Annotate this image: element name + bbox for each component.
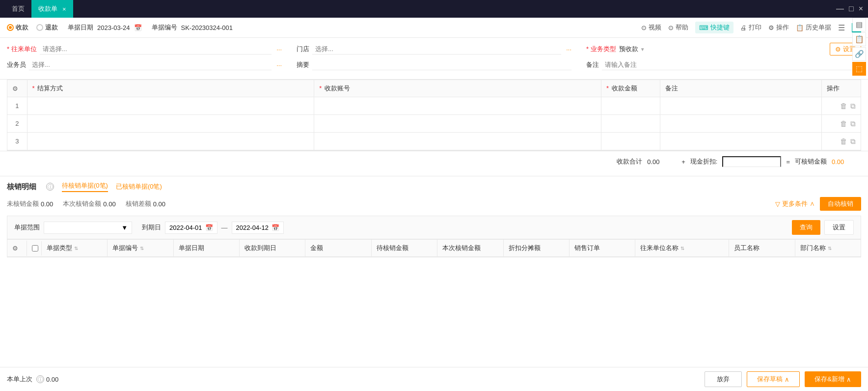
date-to-picker[interactable]: 2022-04-12 📅 <box>232 222 284 234</box>
sidebar-icon-attach[interactable]: 🔗 <box>852 47 866 61</box>
shortcut-action[interactable]: ⌨ 快捷键 <box>695 22 733 33</box>
cell-remark-3[interactable] <box>660 133 821 150</box>
calendar-to-icon: 📅 <box>271 224 279 231</box>
sort-counterpart[interactable]: ⇅ <box>680 246 684 251</box>
salesman-input[interactable] <box>29 59 271 70</box>
maximize-icon[interactable]: □ <box>849 4 854 13</box>
main-content: 收款 退款 单据日期 2023-03-24 📅 单据编号 SK-20230324… <box>0 18 868 391</box>
cell-amount-2[interactable] <box>601 115 660 133</box>
cell-settlement-1[interactable] <box>27 97 314 115</box>
cell-remark-1[interactable] <box>660 97 821 115</box>
tab-pending-verify[interactable]: 待核销单据(0笔) <box>62 181 108 192</box>
store-input[interactable] <box>312 44 561 55</box>
number-label: 单据编号 <box>152 23 177 32</box>
date-field: 单据日期 2023-03-24 📅 <box>68 23 142 32</box>
help-action[interactable]: ⊙ 帮助 <box>668 23 688 32</box>
cell-account-1[interactable] <box>314 97 601 115</box>
remark-input[interactable] <box>602 59 861 70</box>
abandon-button[interactable]: 放弃 <box>705 371 742 387</box>
form-row-2: 业务员 ··· 摘要 备注 <box>7 59 861 70</box>
tab-verified[interactable]: 已核销单据(0笔) <box>116 182 162 191</box>
store-more-icon[interactable]: ··· <box>566 46 571 53</box>
verify-info-icon[interactable]: ⓘ <box>46 183 54 191</box>
summary-row: 收款合计 0.00 + 现金折扣: = 可核销金额 0.00 <box>0 151 868 172</box>
tab-close-icon[interactable]: × <box>62 5 66 13</box>
toolbar: 收款 退款 单据日期 2023-03-24 📅 单据编号 SK-20230324… <box>0 18 868 38</box>
store-field: 门店 ··· <box>297 44 571 55</box>
tab-receipt[interactable]: 收款单 × <box>31 0 73 18</box>
minimize-icon[interactable]: — <box>836 4 844 13</box>
receipt-table-section: ⚙ * 结算方式 * 收款账号 * 收款金额 <box>0 80 868 151</box>
cell-remark-2[interactable] <box>660 115 821 133</box>
more-conditions-button[interactable]: ▽ 更多条件 ∧ <box>775 199 815 208</box>
due-date-field: 到期日 2022-04-01 📅 — 2022-04-12 📅 <box>142 222 284 234</box>
cell-settlement-2[interactable] <box>27 115 314 133</box>
salesman-field: 业务员 ··· <box>7 59 282 70</box>
bottom-info-label: 本单上次 <box>7 375 32 384</box>
select-all-checkbox[interactable] <box>32 245 38 251</box>
counterpart-more-icon[interactable]: ··· <box>276 46 282 53</box>
bottom-info-icon[interactable]: ⓘ <box>36 375 44 383</box>
date-from-picker[interactable]: 2022-04-01 📅 <box>165 222 217 234</box>
range-select[interactable]: ▼ <box>44 222 132 234</box>
verify-header: 核销明细 ⓘ 待核销单据(0笔) 已核销单据(0笔) <box>7 181 861 192</box>
summary-input[interactable] <box>312 59 571 70</box>
row-num-3: 3 <box>7 133 27 150</box>
cell-amount-3[interactable] <box>601 133 660 150</box>
verify-table-gear-icon[interactable]: ⚙ <box>12 245 18 252</box>
history-action[interactable]: 📋 历史单据 <box>796 23 831 32</box>
verify-table-section: ⚙ 单据类型 ⇅ 单据编号 ⇅ 单据日期 收款到期日 <box>7 239 861 257</box>
radio-receipt[interactable]: 收款 <box>7 23 28 32</box>
store-label: 门店 <box>297 45 309 54</box>
delete-icon-3[interactable]: 🗑 <box>840 137 847 145</box>
vth-doc-type: 单据类型 ⇅ <box>42 240 108 256</box>
delete-icon-2[interactable]: 🗑 <box>840 119 847 128</box>
stat-unverified: 未核销金额 0.00 <box>7 199 53 208</box>
sidebar-icon-table[interactable]: ▤ <box>852 18 866 31</box>
sidebar-icon-doc[interactable]: 📋 <box>852 32 866 46</box>
plus-sign: + <box>681 158 685 166</box>
ops-action[interactable]: ⚙ 操作 <box>768 23 789 32</box>
copy-icon-2[interactable]: ⧉ <box>850 119 856 128</box>
salesman-more-icon[interactable]: ··· <box>276 61 282 69</box>
sort-doc-num[interactable]: ⇅ <box>140 246 144 251</box>
counterpart-input[interactable] <box>40 44 271 55</box>
number-value: SK-20230324-001 <box>181 24 233 31</box>
cell-amount-1[interactable] <box>601 97 660 115</box>
print-action[interactable]: 🖨 打印 <box>740 23 761 32</box>
table-gear-icon[interactable]: ⚙ <box>12 85 18 92</box>
date-value: 2023-03-24 <box>97 24 130 31</box>
biz-type-label: * 业务类型 <box>586 45 616 54</box>
close-icon[interactable]: × <box>859 4 863 13</box>
sort-dept[interactable]: ⇅ <box>828 246 832 251</box>
receipt-table-wrapper: ⚙ * 结算方式 * 收款账号 * 收款金额 <box>7 80 861 151</box>
calendar-icon[interactable]: 📅 <box>134 24 142 31</box>
radio-refund[interactable]: 退款 <box>36 23 58 32</box>
query-button[interactable]: 查询 <box>792 220 820 235</box>
cell-account-2[interactable] <box>314 115 601 133</box>
delete-icon-1[interactable]: 🗑 <box>840 102 847 110</box>
view-toggle-list[interactable]: ☰ <box>838 23 845 32</box>
auto-verify-button[interactable]: 自动核销 <box>820 197 861 211</box>
vth-dept: 部门名称 ⇅ <box>795 240 861 256</box>
copy-icon-3[interactable]: ⧉ <box>850 137 856 146</box>
verify-filter: 单据范围 ▼ 到期日 2022-04-01 📅 — 2022-04-12 📅 <box>7 216 861 239</box>
cell-settlement-3[interactable] <box>27 133 314 150</box>
save-draft-button[interactable]: 保存草稿 ∧ <box>747 371 800 387</box>
vth-pending-amount: 待核销金额 <box>372 240 437 256</box>
radio-receipt-label: 收款 <box>16 23 28 32</box>
top-navigation: 首页 收款单 × — □ × <box>0 0 868 18</box>
save-new-button[interactable]: 保存&新增 ∧ <box>805 371 861 387</box>
vth-current-amount: 本次核销金额 <box>437 240 503 256</box>
video-action[interactable]: ⊙ 视频 <box>641 23 661 32</box>
cell-account-3[interactable] <box>314 133 601 150</box>
vth-discount: 折扣分摊额 <box>504 240 570 256</box>
filter-settings-button[interactable]: 设置 <box>824 220 854 235</box>
remark-field: 备注 <box>586 59 861 70</box>
discount-input[interactable] <box>722 156 781 167</box>
home-tab[interactable]: 首页 <box>5 0 31 18</box>
sort-doc-type[interactable]: ⇅ <box>74 246 78 251</box>
sidebar-icon-expand[interactable]: ⬚ <box>852 62 866 76</box>
biz-type-select[interactable]: 预收款 ▼ <box>619 45 645 54</box>
copy-icon-1[interactable]: ⧉ <box>850 102 856 111</box>
